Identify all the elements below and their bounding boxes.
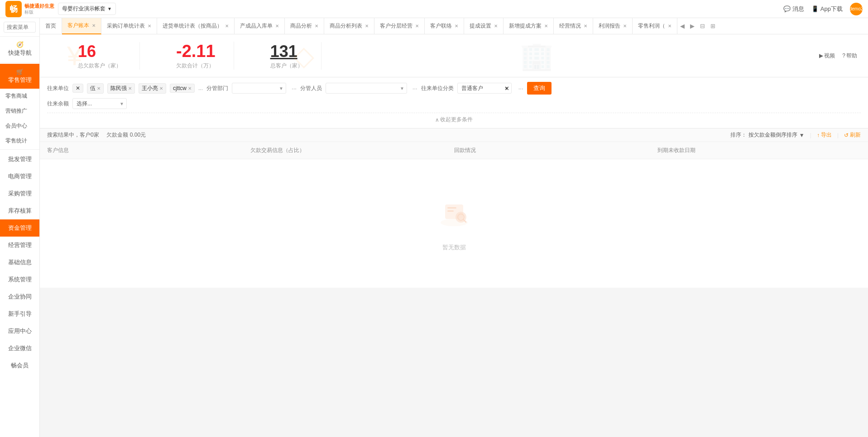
tab-product-analysis[interactable]: 商品分析 ✕ [285, 18, 324, 34]
tab-close-icon-5[interactable]: ✕ [315, 24, 318, 28]
tab-nav-next[interactable]: ▶ [687, 18, 697, 34]
tab-collapse-icon[interactable]: ⊟ [697, 18, 708, 34]
sidebar-item-retail-stats[interactable]: 零售统计 [0, 133, 39, 148]
divider-2: | [837, 132, 839, 138]
search-input[interactable] [4, 22, 36, 33]
balance-select[interactable]: 选择... [72, 98, 127, 109]
sidebar-item-marketing[interactable]: 营销推广 [0, 104, 39, 119]
video-link[interactable]: ▶ 视频 [819, 52, 835, 60]
tab-close-icon-10[interactable]: ✕ [544, 24, 548, 28]
app-download-button[interactable]: 📱 App下载 [811, 5, 843, 13]
unit-class-clear[interactable]: ✕ [504, 85, 509, 92]
tab-close-icon-2[interactable]: ✕ [148, 24, 151, 28]
filter-row-2: 往来余额 选择... [47, 98, 861, 109]
tab-new-commission[interactable]: 新增提成方案 ✕ [504, 18, 554, 34]
tab-customer-contact[interactable]: 客户联络 ✕ [425, 18, 464, 34]
tab-close-icon-3[interactable]: ✕ [225, 24, 229, 28]
logo-text: 畅捷通好生意 [24, 3, 54, 9]
sidebar-item-corp-collab[interactable]: 企业协同 [0, 288, 39, 305]
sidebar-item-basic-info[interactable]: 基础信息 [0, 254, 39, 271]
sidebar-item-retail-mgmt[interactable]: 🛒 零售管理 [0, 64, 39, 89]
col-header-debt: 欠款交易信息（占比） [250, 147, 454, 154]
tab-customer-layered[interactable]: 客户分层经营 ✕ [374, 18, 425, 34]
sidebar-item-ecommerce[interactable]: 电商管理 [0, 168, 39, 185]
query-button[interactable]: 查询 [527, 82, 551, 95]
tab-close-icon[interactable]: ✕ [92, 23, 96, 28]
sort-value[interactable]: 按欠款金额倒序排序 [748, 131, 797, 139]
help-link[interactable]: ? 帮助 [842, 52, 857, 60]
tag-close-wang[interactable]: ✕ [159, 86, 163, 91]
chevron-up-icon: ∧ [435, 117, 439, 123]
account-selector[interactable]: 母婴行业演示帐套 ▼ [58, 3, 116, 15]
svg-rect-3 [447, 210, 454, 212]
sidebar-item-member-plus[interactable]: 畅会员 [0, 357, 39, 374]
tab-product-analysis-list[interactable]: 商品分析列表 ✕ [324, 18, 374, 34]
tab-close-icon-7[interactable]: ✕ [415, 24, 419, 28]
person-filter-label: 分管人员 [300, 85, 322, 92]
filter-tag-unit-x: ✕ [72, 84, 83, 93]
export-button[interactable]: ↑ 导出 [817, 131, 832, 139]
stats-area: ¥ 16 总欠款客户（家） ◇ -2.11 欠款合计（万） 🏢 131 总客户（… [40, 34, 868, 77]
sidebar-item-corp-wechat[interactable]: 企业微信 [0, 340, 39, 357]
sidebar-item-app-center[interactable]: 应用中心 [0, 323, 39, 340]
sidebar-divider-2 [0, 149, 39, 150]
dept-select[interactable] [232, 83, 286, 94]
collapse-button[interactable]: ∧ 收起更多条件 [435, 116, 473, 124]
tab-close-icon-12[interactable]: ✕ [623, 24, 627, 28]
logo-icon: 畅 [5, 1, 22, 17]
sidebar-item-retail-shop[interactable]: 零售商城 [0, 89, 39, 104]
tab-customer-account[interactable]: 客户账本 ✕ [62, 18, 101, 34]
tag-close-chen[interactable]: ✕ [128, 86, 132, 91]
tab-nav-prev[interactable]: ◀ [677, 18, 687, 34]
tab-production-stock[interactable]: 产成品入库单 ✕ [235, 18, 285, 34]
dept-filter-label: 分管部门 [206, 85, 228, 92]
logo-edition: 标版 [24, 9, 54, 15]
unit-class-select-wrap: 普通客户 [457, 83, 512, 94]
empty-text: 暂无数据 [442, 243, 466, 252]
chevron-down-icon: ▼ [107, 6, 112, 11]
sidebar-item-purchase[interactable]: 采购管理 [0, 185, 39, 202]
filter-tag-unit-wu: 伍 ✕ [87, 83, 104, 94]
sidebar-item-wholesale-mgmt[interactable]: 批发管理 [0, 151, 39, 168]
tag-close-cj[interactable]: ✕ [188, 86, 192, 91]
tab-close-icon-6[interactable]: ✕ [365, 24, 369, 28]
sidebar-item-quick-nav[interactable]: 🧭 快捷导航 [0, 37, 39, 62]
divider: | [810, 132, 811, 138]
top-bar: 畅 畅捷通好生意 标版 母婴行业演示帐套 ▼ 💬 消息 📱 App下载 demo… [0, 0, 868, 18]
person-select[interactable] [326, 83, 407, 94]
unit-class-filter-label: 往来单位分类 [421, 85, 454, 92]
tab-retail-profit[interactable]: 零售利润（ ✕ [633, 18, 677, 34]
unit-class-select[interactable]: 普通客户 [457, 83, 512, 94]
stat-icon-right: 🏢 [520, 40, 554, 72]
retail-icon: 🛒 [16, 68, 24, 75]
tab-close-icon-13[interactable]: ✕ [668, 24, 671, 28]
filter-tag-unit-wang: 王小亮 ✕ [139, 83, 166, 94]
sidebar-item-member-center[interactable]: 会员中心 [0, 119, 39, 133]
tab-home[interactable]: 首页 [40, 18, 62, 34]
message-icon: 💬 [783, 5, 791, 12]
tab-expand-icon[interactable]: ⊞ [708, 18, 718, 34]
tab-purchase-order-stats[interactable]: 采购订单统计表 ✕ [101, 18, 157, 34]
sidebar-item-ops[interactable]: 经营管理 [0, 237, 39, 254]
tab-close-icon-4[interactable]: ✕ [275, 24, 279, 28]
tab-close-icon-8[interactable]: ✕ [455, 24, 458, 28]
tab-close-icon-9[interactable]: ✕ [494, 24, 498, 28]
filter-tag-unit-cj: cjttcw ✕ [170, 84, 195, 93]
page-content: ¥ 16 总欠款客户（家） ◇ -2.11 欠款合计（万） 🏢 131 总客户（… [40, 34, 868, 437]
tag-close-wu[interactable]: ✕ [97, 86, 101, 91]
message-button[interactable]: 💬 消息 [783, 5, 804, 13]
sidebar-item-new-guide[interactable]: 新手引导 [0, 305, 39, 323]
sidebar-item-inventory[interactable]: 库存核算 [0, 202, 39, 219]
tab-close-icon-11[interactable]: ✕ [584, 24, 587, 28]
tab-profit-report[interactable]: 利润报告 ✕ [593, 18, 633, 34]
sidebar-item-finance[interactable]: 资金管理 [0, 219, 39, 237]
download-icon: 📱 [811, 5, 819, 12]
sidebar-item-sys-mgmt[interactable]: 系统管理 [0, 271, 39, 288]
user-menu[interactable]: demo2 [850, 3, 863, 15]
tab-commission-settings[interactable]: 提成设置 ✕ [464, 18, 504, 34]
dept-select-wrap [232, 83, 286, 94]
tab-stock-stats[interactable]: 进货单统计表（按商品） ✕ [157, 18, 235, 34]
tab-ops-status[interactable]: 经营情况 ✕ [554, 18, 593, 34]
more-filters-btn[interactable]: ... [198, 85, 203, 91]
refresh-button[interactable]: ↺ 刷新 [844, 131, 861, 139]
